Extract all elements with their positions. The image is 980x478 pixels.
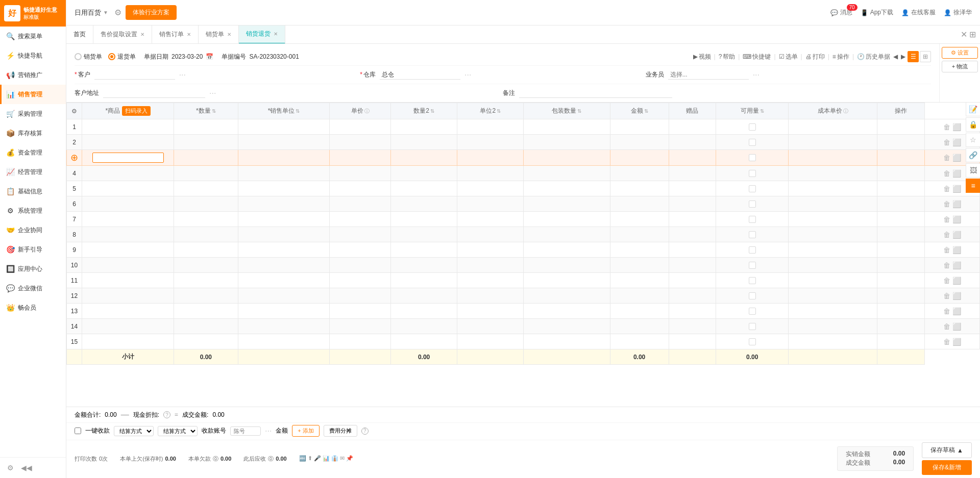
- radio-return[interactable]: 退货单: [108, 53, 136, 61]
- help-btn[interactable]: ? 帮助: [719, 53, 736, 61]
- account-input[interactable]: [230, 426, 261, 436]
- sidebar-item-system[interactable]: ⚙ 系统管理: [0, 201, 66, 220]
- settings-bottom-icon[interactable]: ⚙: [4, 462, 16, 474]
- tab-sales-return[interactable]: 销货退货 ✕: [239, 26, 285, 44]
- delete-icon[interactable]: 🗑: [943, 322, 950, 331]
- save-draft-button[interactable]: 保存草稿 ▲: [922, 442, 972, 458]
- delete-icon[interactable]: 🗑: [943, 123, 950, 131]
- delete-icon[interactable]: 🗑: [943, 154, 950, 162]
- experience-button[interactable]: 体验行业方案: [126, 5, 177, 20]
- copy-icon[interactable]: ⬜: [952, 200, 961, 208]
- view-list-btn[interactable]: ☰: [908, 51, 919, 62]
- avail-sort-icon[interactable]: ⇅: [760, 108, 764, 114]
- copy-icon[interactable]: ⬜: [952, 246, 961, 254]
- sidebar-item-quick[interactable]: ⚡ 快捷导航: [0, 46, 66, 65]
- copy-icon[interactable]: ⬜: [952, 215, 961, 223]
- product-input[interactable]: [92, 262, 164, 269]
- salesperson-input[interactable]: [668, 70, 749, 80]
- copy-icon[interactable]: ⬜: [952, 185, 961, 193]
- operate-btn[interactable]: ≡ 操作: [832, 53, 849, 61]
- delete-icon[interactable]: 🗑: [943, 246, 950, 254]
- sidebar-item-enterprise[interactable]: 🤝 企业协同: [0, 220, 66, 240]
- view-grid-btn[interactable]: ⊞: [920, 51, 931, 62]
- copy-icon[interactable]: ⬜: [952, 322, 961, 331]
- message-button[interactable]: 💬 消息 70: [830, 8, 852, 17]
- product-input[interactable]: [92, 170, 164, 177]
- remark-input[interactable]: [519, 88, 672, 98]
- add-row-icon[interactable]: ⊕: [70, 153, 78, 163]
- daily-menu[interactable]: 日用百货 ▼: [75, 8, 108, 17]
- delete-icon[interactable]: 🗑: [943, 185, 950, 193]
- gift-checkbox[interactable]: [749, 292, 756, 299]
- product-input[interactable]: [92, 292, 164, 299]
- sidebar-item-finance[interactable]: 💰 资金管理: [0, 143, 66, 162]
- product-input[interactable]: [92, 216, 164, 223]
- product-input[interactable]: [92, 200, 164, 208]
- tab-sales-invoice[interactable]: 销货单 ✕: [199, 26, 239, 44]
- col-gear[interactable]: ⚙: [67, 103, 82, 119]
- gift-checkbox[interactable]: [749, 123, 756, 131]
- float-link-icon[interactable]: 🔗: [966, 148, 980, 162]
- sidebar-item-operations[interactable]: 📈 经营管理: [0, 162, 66, 182]
- select-btn[interactable]: ☑ 选单: [779, 53, 798, 61]
- qty-sort-icon[interactable]: ⇅: [212, 108, 216, 114]
- gift-checkbox[interactable]: [749, 139, 756, 146]
- delete-icon[interactable]: 🗑: [943, 292, 950, 300]
- copy-icon[interactable]: ⬜: [952, 276, 961, 285]
- gift-checkbox[interactable]: [749, 277, 756, 284]
- copy-icon[interactable]: ⬜: [952, 169, 961, 178]
- save-new-button[interactable]: 保存&新增: [922, 460, 972, 475]
- product-input[interactable]: [92, 308, 164, 315]
- print-btn[interactable]: 🖨 打印: [805, 53, 825, 61]
- tab-close-order[interactable]: ✕: [187, 32, 191, 37]
- customer-input[interactable]: [94, 70, 175, 80]
- gift-checkbox[interactable]: [749, 338, 756, 345]
- gift-checkbox[interactable]: [749, 185, 756, 192]
- tab-close-price[interactable]: ✕: [140, 32, 144, 37]
- sidebar-item-basic[interactable]: 📋 基础信息: [0, 182, 66, 201]
- sidebar-item-marketing[interactable]: 📢 营销推广: [0, 65, 66, 85]
- sidebar-item-wechat[interactable]: 💬 企业微信: [0, 279, 66, 298]
- gift-checkbox[interactable]: [749, 323, 756, 330]
- gift-checkbox[interactable]: [749, 170, 756, 177]
- price-info-icon[interactable]: ⓘ: [364, 108, 370, 114]
- topbar-gear-icon[interactable]: ⚙: [114, 8, 121, 17]
- delete-icon[interactable]: 🗑: [943, 261, 950, 269]
- delete-icon[interactable]: 🗑: [943, 169, 950, 178]
- gift-checkbox[interactable]: [749, 200, 756, 208]
- delete-icon[interactable]: 🗑: [943, 307, 950, 315]
- tab-close-invoice[interactable]: ✕: [227, 32, 231, 37]
- add-button[interactable]: + 添加: [292, 425, 319, 437]
- delete-icon[interactable]: 🗑: [943, 231, 950, 239]
- product-input[interactable]: [92, 338, 164, 345]
- copy-icon[interactable]: ⬜: [952, 138, 961, 146]
- fee-split-button[interactable]: 费用分摊: [324, 425, 357, 437]
- gift-checkbox[interactable]: [749, 216, 756, 223]
- copy-icon[interactable]: ⬜: [952, 307, 961, 315]
- gift-checkbox[interactable]: [749, 246, 756, 254]
- delete-icon[interactable]: 🗑: [943, 276, 950, 285]
- gift-checkbox[interactable]: [749, 262, 756, 269]
- scan-button[interactable]: 扫码录入: [122, 106, 151, 116]
- gift-checkbox[interactable]: [749, 154, 756, 161]
- copy-icon[interactable]: ⬜: [952, 231, 961, 239]
- delete-icon[interactable]: 🗑: [943, 215, 950, 223]
- app-download-button[interactable]: 📱 App下载: [861, 8, 893, 17]
- sidebar-item-search[interactable]: 🔍 搜索菜单: [0, 27, 66, 46]
- address-input[interactable]: [103, 88, 205, 98]
- product-input[interactable]: [92, 246, 164, 254]
- tab-expand-icon[interactable]: ⊞: [969, 30, 976, 39]
- product-input[interactable]: [92, 323, 164, 330]
- delete-icon[interactable]: 🗑: [943, 138, 950, 146]
- shortcut-btn[interactable]: ⌨ 快捷键: [743, 53, 771, 61]
- sidebar-item-guide[interactable]: 🎯 新手引导: [0, 240, 66, 259]
- warehouse-input[interactable]: [380, 70, 460, 80]
- warehouse-dots[interactable]: ···: [464, 70, 471, 80]
- copy-icon[interactable]: ⬜: [952, 154, 961, 162]
- copy-icon[interactable]: ⬜: [952, 123, 961, 131]
- product-input[interactable]: [92, 277, 164, 284]
- tab-close-return[interactable]: ✕: [274, 31, 278, 37]
- sidebar-item-purchase[interactable]: 🛒 采购管理: [0, 104, 66, 123]
- unit2-sort-icon[interactable]: ⇅: [497, 108, 501, 114]
- user-menu[interactable]: 👤 徐泽华: [944, 8, 972, 17]
